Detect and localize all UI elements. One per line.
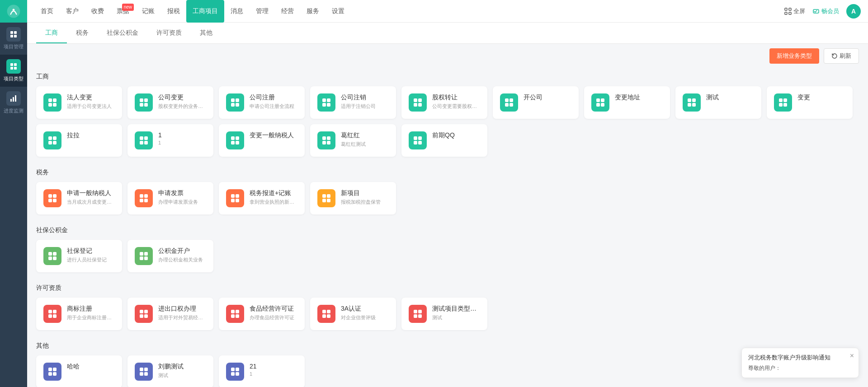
card-apply-taxpayer[interactable]: 申请一般纳税人 当月或次月成变更完成 [36,182,122,214]
svg-rect-83 [236,194,239,198]
topnav-biz[interactable]: 工商项目 [186,0,224,23]
topnav-accounting[interactable]: 记账 [136,0,161,23]
sidebar-item-project-type[interactable]: 项目类型 [0,55,27,87]
card-test-type[interactable]: 测试项目类型目定义 测试 [401,298,487,330]
topnav-service[interactable]: 服务 [300,0,326,23]
card-desc: 适用于注销公司 [341,103,389,110]
sidebar-logo[interactable] [0,0,27,23]
svg-rect-127 [236,368,239,371]
card-desc: 报税加税控盘保管 [341,199,389,205]
topnav-settings[interactable]: 设置 [326,0,351,23]
card-trademark[interactable]: 商标注册 用于企业商标注册服务 [36,298,122,330]
card-test[interactable]: 测试 [675,86,761,119]
svg-rect-39 [509,98,513,102]
card-icon [226,189,244,207]
svg-rect-2 [10,31,13,34]
card-apply-invoice[interactable]: 申请发票 办理申请发票业务 [127,182,213,214]
card-company-cancel[interactable]: 公司注销 适用于注销公司 [310,86,396,119]
card-open-company[interactable]: 开公司 [493,86,579,119]
card-info: 申请一般纳税人 当月或次月成变更完成 [67,189,115,205]
svg-rect-13 [785,8,787,10]
svg-rect-110 [322,310,326,313]
card-info: 葛红红 葛红红测试 [341,131,389,148]
vip-btn[interactable]: 畅会员 [812,7,839,15]
card-change[interactable]: 变更 [767,86,853,119]
refresh-button[interactable]: 刷新 [824,48,859,64]
card-info: 法人变更 适用于公司变更法人 [67,93,115,110]
tab-xuke[interactable]: 许可资质 [147,23,191,43]
card-change-address[interactable]: 变更地址 [584,86,670,119]
card-name: 公司注册 [250,93,297,102]
card-legal-change[interactable]: 法人变更 适用于公司变更法人 [36,86,122,119]
card-company-change[interactable]: 公司变更 股权变更外的业务变更 [127,86,213,119]
svg-rect-54 [48,136,52,140]
topnav-billing[interactable]: 收费 [85,0,110,23]
add-type-button[interactable]: 新增业务类型 [769,48,819,64]
card-equity-transfer[interactable]: 股权转让 公司变更需要股权转让 [401,86,487,119]
svg-rect-55 [53,136,57,140]
svg-rect-23 [144,98,148,102]
svg-rect-84 [231,199,235,202]
project-type-icon [6,59,21,74]
tab-gongshang[interactable]: 工商 [36,23,67,43]
card-info: 公积金开户 办理公积金相关业务 [158,247,206,263]
card-early-qq[interactable]: 前期QQ [401,124,487,157]
card-lala[interactable]: 拉拉 [36,124,122,157]
card-change-taxpayer[interactable]: 变更一般纳税人 [219,124,305,157]
svg-rect-5 [14,35,17,37]
card-import-export[interactable]: 进出口权办理 适用于对外贸易经营者 [127,298,213,330]
topnav-customer[interactable]: 客户 [60,0,85,23]
tab-other[interactable]: 其他 [191,23,222,43]
svg-rect-41 [509,103,513,107]
svg-rect-76 [48,199,52,202]
card-name: 3A认证 [341,305,389,313]
fullscreen-btn[interactable]: 全屏 [784,7,805,15]
notification-close[interactable]: × [850,352,854,360]
svg-rect-118 [48,368,52,371]
svg-rect-89 [327,199,330,202]
svg-rect-87 [327,194,330,198]
card-desc: 测试 [158,372,206,379]
sidebar-item-project-manage[interactable]: 项目管理 [0,23,27,55]
svg-rect-56 [48,141,52,145]
topnav-operation[interactable]: 经营 [275,0,300,23]
card-tax-report[interactable]: 税务报道+记账 拿到营业执照的新公司 [219,182,305,214]
topnav-tax[interactable]: 报税 [161,0,186,23]
svg-rect-9 [14,67,17,70]
svg-rect-58 [140,136,143,140]
svg-rect-96 [140,256,143,260]
svg-rect-91 [53,252,57,256]
svg-rect-47 [692,98,696,102]
card-desc: 办理食品经营许可证 [250,314,297,321]
card-info: 哈哈 [67,363,115,371]
topnav-ticket[interactable]: 票据 new [110,0,136,23]
card-one[interactable]: 1 1 [127,124,213,157]
card-twenty-one[interactable]: 21 1 [219,355,305,387]
card-company-reg[interactable]: 公司注册 申请公司注册全流程 [219,86,305,119]
card-name: 公司变更 [158,93,206,102]
topnav-home[interactable]: 首页 [34,0,60,23]
card-haha[interactable]: 哈哈 [36,355,122,387]
card-shebao-reg[interactable]: 社保登记 进行人员社保登记 [36,240,122,272]
notification-content: 尊敬的用户： [748,364,852,372]
card-new-project[interactable]: 新项目 报税加税控盘保管 [310,182,396,214]
topnav-management[interactable]: 管理 [250,0,275,23]
sidebar-item-progress-monitor[interactable]: 进度监测 [0,87,27,119]
card-desc: 拿到营业执照的新公司 [250,199,297,205]
tab-shebao[interactable]: 社保公积金 [98,23,147,43]
card-liupeng-test[interactable]: 刘鹏测试 测试 [127,355,213,387]
card-mohonghong[interactable]: 葛红红 葛红红测试 [310,124,396,157]
card-food-license[interactable]: 食品经营许可证 办理食品经营许可证 [219,298,305,330]
card-gongjijin[interactable]: 公积金开户 办理公积金相关业务 [127,240,213,272]
tab-shuiwu[interactable]: 税务 [67,23,98,43]
card-name: 测试 [706,93,754,102]
card-icon [43,247,61,265]
card-name: 变更 [797,93,845,102]
topnav-message[interactable]: 消息 [224,0,250,23]
card-icon [226,131,244,149]
svg-point-1 [13,9,15,11]
card-info: 进出口权办理 适用于对外贸易经营者 [158,305,206,321]
card-3a-cert[interactable]: 3A认证 对企业信誉评级 [310,298,396,330]
card-name: 1 [158,131,206,139]
avatar[interactable]: A [846,4,861,19]
